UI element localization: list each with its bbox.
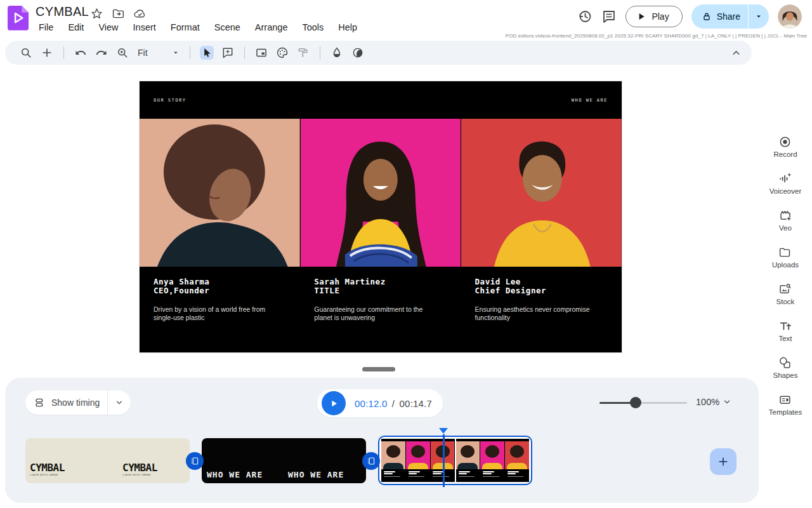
menubar: File Edit View Insert Format Scene Arran… — [34, 21, 362, 34]
menu-scene[interactable]: Scene — [210, 21, 245, 34]
history-icon[interactable] — [577, 9, 593, 24]
current-time: 00:12.0 — [355, 398, 387, 409]
show-timing-caret-button[interactable] — [108, 391, 131, 415]
transition-button-1[interactable] — [186, 452, 204, 470]
palette-icon[interactable] — [275, 46, 289, 60]
playback-bar: 00:12.0 / 00:14.7 — [317, 389, 443, 417]
document-title[interactable]: CYMBAL — [36, 4, 89, 19]
sidebar-item-shapes[interactable]: Shapes — [773, 356, 797, 379]
record-icon — [778, 135, 792, 149]
play-icon — [329, 399, 339, 408]
time-display: 00:12.0 / 00:14.7 — [355, 398, 432, 409]
sidebar-item-voiceover[interactable]: Voiceover — [769, 172, 802, 195]
play-button[interactable]: Play — [625, 6, 682, 27]
paint-roller-icon — [296, 46, 310, 60]
app-logo-icon[interactable] — [8, 6, 29, 31]
scene2-title-text: WHO WE ARE — [288, 470, 344, 479]
mini-photo — [381, 441, 405, 469]
menu-help[interactable]: Help — [334, 21, 362, 34]
total-time: 00:14.7 — [400, 398, 432, 409]
playhead-marker[interactable] — [439, 428, 448, 434]
sidebar-item-veo[interactable]: Veo — [779, 209, 792, 232]
share-button-label: Share — [717, 11, 740, 22]
panel-resize-handle[interactable] — [362, 367, 395, 371]
app-window: CYMBAL File Edit View Insert Format Scen… — [0, 0, 812, 508]
chevron-down-icon — [723, 398, 731, 406]
undo-icon[interactable] — [74, 46, 88, 60]
scene1-sub-text: A WATER BOTTLE COMPANY — [30, 474, 58, 476]
person-name-1: Anya Sharma CEO,Founder — [154, 277, 285, 296]
scene1-brand-text: CYMBAL — [30, 462, 89, 474]
toolbar-divider — [244, 46, 245, 59]
menu-arrange[interactable]: Arrange — [251, 21, 292, 34]
show-timing-button[interactable]: Show timing — [25, 391, 131, 415]
user-avatar[interactable] — [778, 4, 802, 29]
redo-icon[interactable] — [95, 46, 108, 60]
mini-photo — [480, 441, 504, 469]
timeline-zoom-control[interactable]: 100% — [696, 397, 731, 407]
insert-plus-icon[interactable] — [40, 46, 54, 60]
menu-edit[interactable]: Edit — [63, 21, 88, 34]
timing-rows-icon — [34, 397, 46, 408]
sidebar-item-text[interactable]: Text — [778, 319, 792, 342]
sidebar-item-record[interactable]: Record — [773, 135, 797, 158]
slide-kicker-right: WHO WE ARE — [572, 98, 608, 103]
templates-icon — [778, 393, 792, 406]
ink-drop-icon[interactable] — [330, 46, 344, 60]
zoom-in-icon[interactable] — [115, 46, 129, 60]
toolbar-divider — [190, 46, 190, 59]
menu-view[interactable]: View — [94, 21, 122, 34]
person-desc-1: Driven by a vision of a world free from … — [154, 305, 278, 322]
mini-photo — [406, 441, 430, 469]
build-debug-text: POD editors.videos-frontend_20250808.02_… — [506, 33, 807, 39]
select-cursor-icon[interactable] — [200, 46, 214, 60]
mini-photo — [505, 441, 529, 469]
scene-thumbnail-3-selected[interactable] — [378, 436, 532, 485]
time-separator: / — [392, 398, 395, 409]
slide-kicker-left: OUR STORY — [154, 98, 186, 103]
menu-insert[interactable]: Insert — [129, 21, 160, 34]
plus-icon — [717, 455, 730, 468]
photo-anya[interactable] — [140, 119, 300, 267]
toolbar-divider — [63, 46, 64, 59]
menu-tools[interactable]: Tools — [298, 21, 328, 34]
editor-toolbar: Fit — [5, 41, 752, 65]
contrast-icon[interactable] — [351, 46, 365, 60]
menu-format[interactable]: Format — [166, 21, 204, 34]
canvas-slide[interactable]: OUR STORY WHO WE ARE Anya Sharma CEO,Fou… — [140, 81, 622, 352]
share-caret-button[interactable] — [749, 4, 769, 29]
comment-icon[interactable] — [601, 9, 617, 24]
sidebar-item-stock[interactable]: Stock — [776, 283, 795, 305]
add-comment-icon[interactable] — [221, 46, 235, 60]
person-desc-2: Guaranteeing our commitment to the plane… — [314, 305, 438, 322]
sidebar-item-uploads[interactable]: Uploads — [772, 246, 799, 269]
toolbar-collapse-chevron-up-icon[interactable] — [731, 48, 742, 58]
menu-file[interactable]: File — [34, 21, 58, 34]
fit-caret-down-icon[interactable] — [171, 48, 180, 57]
person-name-2: Sarah Martinez TITLE — [314, 277, 445, 296]
show-timing-main[interactable]: Show timing — [25, 391, 107, 415]
scene-thumbnail-1[interactable]: CYMBAL A WATER BOTTLE COMPANY CYMBAL A W… — [25, 438, 190, 483]
timeline-zoom-slider[interactable] — [599, 397, 687, 408]
search-icon[interactable] — [19, 46, 33, 60]
share-button[interactable]: Share — [691, 4, 769, 29]
timeline-play-button[interactable] — [322, 391, 346, 415]
sidebar-item-templates[interactable]: Templates — [769, 393, 802, 416]
scene2-title-text: WHO WE ARE — [207, 470, 263, 479]
toolbar-divider — [320, 46, 320, 59]
show-timing-label: Show timing — [51, 398, 100, 408]
playhead-line[interactable] — [443, 434, 445, 487]
transition-button-2[interactable] — [362, 452, 380, 470]
add-scene-button[interactable] — [710, 448, 737, 475]
photo-david[interactable] — [461, 119, 622, 267]
scene3-frame — [456, 439, 530, 482]
scene-thumbnail-2[interactable]: WHO WE ARE WHO WE ARE — [202, 438, 366, 483]
slider-thumb[interactable] — [630, 397, 641, 408]
slider-track-empty — [636, 402, 687, 404]
text-icon — [779, 319, 792, 333]
chevron-down-icon — [115, 399, 123, 406]
share-button-main[interactable]: Share — [691, 4, 748, 29]
zoom-fit-select[interactable]: Fit — [136, 48, 149, 58]
photo-sarah[interactable] — [301, 119, 461, 267]
pip-frame-icon[interactable] — [254, 46, 268, 60]
